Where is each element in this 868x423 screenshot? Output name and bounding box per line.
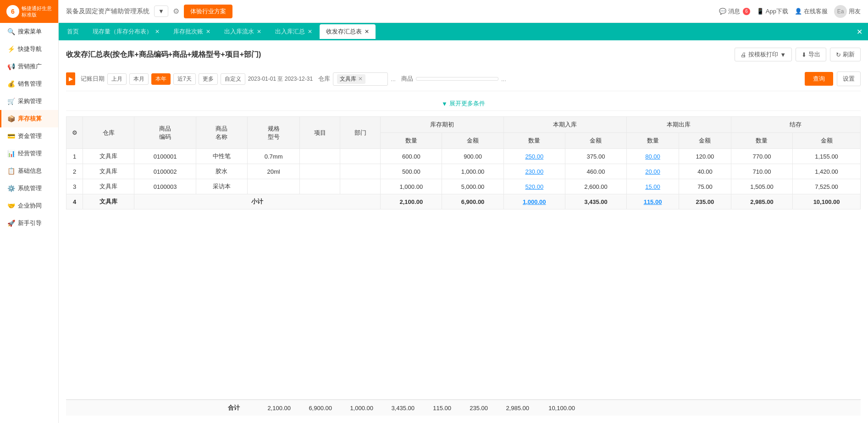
message-icon: 💬 bbox=[719, 8, 726, 15]
sidebar-item-guide[interactable]: 🚀新手引导 bbox=[0, 214, 58, 232]
print-btn[interactable]: 🖨 按模板打印 ▼ bbox=[735, 48, 792, 61]
tab-inout-flow[interactable]: 出入库流水✕ bbox=[218, 24, 268, 39]
row-code-2: 0100003 bbox=[134, 179, 196, 194]
warehouse-ellipsis[interactable]: ... bbox=[391, 76, 396, 82]
logo-text: 畅捷通好生意 标准版 bbox=[22, 5, 52, 18]
row-out-qty-0: 80.00 bbox=[627, 149, 679, 164]
sidebar-item-purchase[interactable]: 🛒采购管理 bbox=[0, 93, 58, 110]
trial-btn[interactable]: 体验行业方案 bbox=[184, 5, 232, 18]
date-last-month[interactable]: 上月 bbox=[107, 73, 127, 85]
row-no-1: 2 bbox=[66, 164, 83, 179]
service-icon: 👤 bbox=[795, 8, 802, 15]
row-close-amt-2: 7,525.00 bbox=[793, 179, 861, 194]
warehouse-filter-group: 仓库 文具库 ✕ ... bbox=[318, 72, 396, 86]
table-goods-code-header: 商品编码 bbox=[134, 117, 196, 149]
tab-label-collection-summary: 收发存汇总表 bbox=[326, 27, 362, 36]
setting-button[interactable]: 设置 bbox=[837, 71, 861, 86]
refresh-btn[interactable]: ↻ 刷新 bbox=[830, 48, 861, 61]
row-project-1 bbox=[300, 164, 340, 179]
tab-close-batch[interactable]: ✕ bbox=[206, 28, 210, 35]
sidebar-item-finance[interactable]: 💳资金管理 bbox=[0, 127, 58, 145]
tab-inventory-dist[interactable]: 现存量（库存分布表）✕ bbox=[86, 24, 166, 39]
warehouse-tag: 文具库 ✕ bbox=[337, 74, 365, 84]
goods-filter-group: 商品 ... bbox=[401, 75, 506, 83]
expand-more-btn[interactable]: ▼ 展开更多条件 bbox=[442, 99, 485, 108]
row-warehouse-0: 文具库 bbox=[83, 149, 134, 164]
out-amt-header: 金额 bbox=[679, 133, 731, 149]
tab-close-inout-flow[interactable]: ✕ bbox=[257, 28, 261, 35]
sidebar-item-inventory[interactable]: 📦库存核算 bbox=[0, 110, 58, 127]
message-badge: 6 bbox=[743, 8, 750, 15]
tab-home[interactable]: 首页 bbox=[61, 24, 85, 39]
tab-batch[interactable]: 库存批次账✕ bbox=[167, 24, 217, 39]
sidebar-item-label-enterprise: 企业协同 bbox=[18, 202, 42, 210]
message-action[interactable]: 💬 消息 6 bbox=[719, 7, 750, 16]
date-filter-group: 记账日期 上月 本月 本年 近7天 更多 自定义 2023-01-01 至 20… bbox=[81, 73, 313, 85]
warehouse-tag-close[interactable]: ✕ bbox=[358, 76, 363, 82]
date-this-month[interactable]: 本月 bbox=[129, 73, 149, 85]
goods-input[interactable] bbox=[416, 77, 498, 81]
sidebar-item-quick-nav[interactable]: ⚡快捷导航 bbox=[0, 40, 58, 58]
in-qty-header: 数量 bbox=[503, 133, 565, 149]
row-out-amt-1: 40.00 bbox=[679, 164, 731, 179]
sidebar-item-operation[interactable]: 📊经营管理 bbox=[0, 145, 58, 162]
warehouse-input[interactable]: 文具库 ✕ bbox=[333, 72, 388, 86]
sidebar-item-label-quick-nav: 快捷导航 bbox=[18, 45, 42, 53]
sidebar-item-marketing[interactable]: 📢营销推广 bbox=[0, 58, 58, 75]
total-open-amt: 6,900.00 bbox=[295, 405, 332, 412]
tab-bar-close[interactable]: ✕ bbox=[853, 27, 866, 36]
date-label: 记账日期 bbox=[81, 75, 105, 83]
subtotal-in-qty: 1,000.00 bbox=[503, 194, 565, 209]
inventory-icon: 📦 bbox=[7, 115, 15, 122]
total-open-qty: 2,100.00 bbox=[254, 405, 291, 412]
row-close-amt-1: 1,420.00 bbox=[793, 164, 861, 179]
row-warehouse-1: 文具库 bbox=[83, 164, 134, 179]
tab-inout-summary[interactable]: 出入库汇总✕ bbox=[269, 24, 319, 39]
row-no-2: 3 bbox=[66, 179, 83, 194]
goods-ellipsis[interactable]: ... bbox=[501, 76, 506, 82]
sidebar-item-base-info[interactable]: 📋基础信息 bbox=[0, 162, 58, 180]
sidebar-item-sales[interactable]: 💰销售管理 bbox=[0, 75, 58, 93]
row-in-amt-0: 375.00 bbox=[565, 149, 626, 164]
row-open-qty-0: 600.00 bbox=[381, 149, 442, 164]
table-settings-header[interactable]: ⚙ bbox=[66, 117, 83, 149]
tab-close-inventory-dist[interactable]: ✕ bbox=[155, 28, 160, 35]
subtotal-open-qty: 2,100.00 bbox=[381, 194, 442, 209]
finance-icon: 💳 bbox=[7, 132, 15, 140]
date-more[interactable]: 更多 bbox=[199, 73, 218, 85]
gear-icon[interactable]: ⚙ bbox=[173, 7, 179, 16]
table-goods-name-header: 商品名称 bbox=[196, 117, 247, 149]
tab-collection-summary[interactable]: 收发存汇总表✕ bbox=[320, 24, 376, 39]
quick-nav-icon: ⚡ bbox=[7, 45, 15, 53]
sales-icon: 💰 bbox=[7, 80, 15, 88]
row-spec-0: 0.7mm bbox=[248, 149, 300, 164]
service-action[interactable]: 👤 在线客服 bbox=[795, 7, 828, 16]
query-button[interactable]: 查询 bbox=[805, 72, 833, 86]
tab-close-collection-summary[interactable]: ✕ bbox=[365, 28, 369, 35]
row-close-qty-1: 710.00 bbox=[731, 164, 792, 179]
total-out-amt: 235.00 bbox=[456, 405, 488, 412]
filter-arrow[interactable]: ▶ bbox=[66, 72, 75, 85]
date-custom[interactable]: 自定义 bbox=[221, 73, 245, 85]
row-code-1: 0100002 bbox=[134, 164, 196, 179]
system-dropdown[interactable]: ▼ bbox=[154, 5, 168, 17]
sidebar-logo: 6 畅捷通好生意 标准版 bbox=[0, 0, 58, 23]
sidebar-item-search[interactable]: 🔍搜索菜单 bbox=[0, 23, 58, 40]
row-open-amt-0: 900.00 bbox=[442, 149, 503, 164]
sidebar-item-enterprise[interactable]: 🤝企业协同 bbox=[0, 197, 58, 214]
system-icon: ⚙️ bbox=[7, 185, 15, 192]
row-in-qty-2: 520.00 bbox=[503, 179, 565, 194]
date-7days[interactable]: 近7天 bbox=[173, 73, 196, 85]
user-action[interactable]: Ea 用友 bbox=[834, 5, 861, 18]
row-name-0: 中性笔 bbox=[196, 149, 247, 164]
app-download-action[interactable]: 📱 App下载 bbox=[757, 7, 788, 16]
chevron-down-icon: ▼ bbox=[442, 100, 448, 107]
row-open-qty-2: 1,000.00 bbox=[381, 179, 442, 194]
total-label: 合计 bbox=[71, 404, 254, 412]
filter-bar: ▶ 记账日期 上月 本月 本年 近7天 更多 自定义 2023-01-01 至 … bbox=[66, 67, 861, 91]
sidebar-item-system[interactable]: ⚙️系统管理 bbox=[0, 180, 58, 197]
date-this-year[interactable]: 本年 bbox=[151, 73, 171, 85]
export-btn[interactable]: ⬇ 导出 bbox=[796, 48, 826, 61]
tab-close-inout-summary[interactable]: ✕ bbox=[308, 28, 312, 35]
logo-icon: 6 bbox=[6, 5, 19, 18]
